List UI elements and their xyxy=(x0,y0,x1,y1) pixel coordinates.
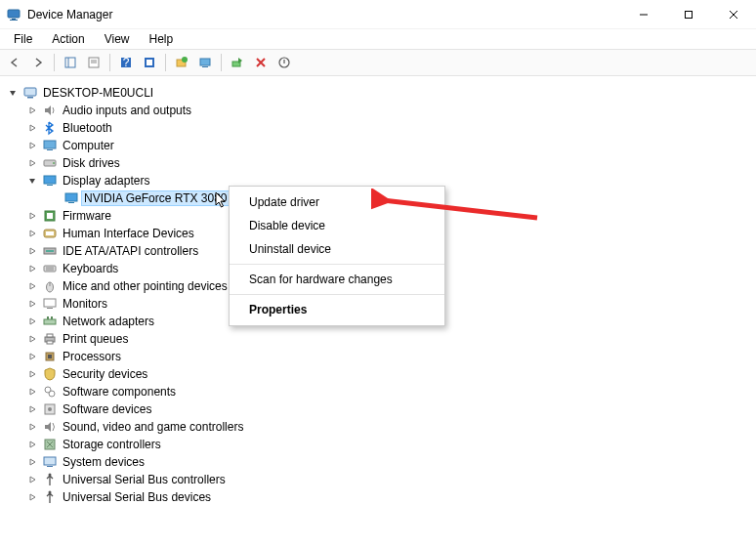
expand-icon[interactable] xyxy=(25,297,39,311)
tree-node-usb[interactable]: Universal Serial Bus controllers xyxy=(4,471,756,488)
print-icon xyxy=(42,331,58,347)
svg-rect-46 xyxy=(47,316,49,319)
tree-node-label: Mice and other pointing devices xyxy=(61,279,230,293)
expand-icon[interactable] xyxy=(25,402,39,416)
tree-node-system[interactable]: System devices xyxy=(4,453,756,471)
tree-node-softdev[interactable]: Software devices xyxy=(4,400,756,418)
expand-icon[interactable] xyxy=(25,262,39,275)
enable-icon[interactable] xyxy=(227,52,248,73)
expand-icon[interactable] xyxy=(25,227,39,240)
expand-icon[interactable] xyxy=(25,350,39,363)
tree-root[interactable]: DESKTOP-ME0UCLI xyxy=(4,84,756,102)
expand-icon[interactable] xyxy=(25,174,39,188)
tree-node-bluetooth[interactable]: Bluetooth xyxy=(4,119,756,137)
disk-icon xyxy=(42,155,58,171)
mouse-icon xyxy=(42,278,58,294)
uninstall-icon[interactable] xyxy=(250,52,272,73)
tree-node-label: Universal Serial Bus devices xyxy=(61,490,213,504)
tree-root-label: DESKTOP-ME0UCLI xyxy=(41,86,155,100)
tree-node-label: Bluetooth xyxy=(61,121,114,135)
update-driver-icon[interactable] xyxy=(171,52,192,73)
tree-node-sound[interactable]: Sound, video and game controllers xyxy=(4,418,756,436)
close-button[interactable] xyxy=(711,0,756,29)
tree-node-cpu[interactable]: Processors xyxy=(4,348,756,365)
svg-rect-50 xyxy=(47,341,53,344)
minimize-button[interactable] xyxy=(621,0,666,29)
tree-node-label: Monitors xyxy=(61,297,109,311)
svg-rect-44 xyxy=(47,308,53,309)
tree-node-label: System devices xyxy=(61,455,147,469)
menu-help[interactable]: Help xyxy=(142,30,182,48)
collapse-icon[interactable] xyxy=(6,86,20,100)
tree-leaf-label: NVIDIA GeForce RTX 3080 xyxy=(82,191,230,205)
tree-node-storage[interactable]: Storage controllers xyxy=(4,436,756,453)
svg-text:?: ? xyxy=(123,56,130,69)
tree-node-label: Keyboards xyxy=(61,262,120,275)
svg-rect-2 xyxy=(10,20,18,21)
svg-rect-52 xyxy=(48,355,52,358)
forward-button[interactable] xyxy=(27,52,49,73)
expand-icon[interactable] xyxy=(25,438,39,451)
expand-icon[interactable] xyxy=(25,209,39,223)
svg-rect-22 xyxy=(24,88,36,96)
svg-rect-23 xyxy=(27,97,33,99)
expand-icon[interactable] xyxy=(25,279,39,293)
tree-node-disk[interactable]: Disk drives xyxy=(4,154,756,172)
tree-node-label: Audio inputs and outputs xyxy=(61,104,193,117)
tree-node-label: Universal Serial Bus controllers xyxy=(61,473,228,486)
app-icon xyxy=(6,7,21,22)
scan-hardware-icon[interactable] xyxy=(194,52,216,73)
svg-point-56 xyxy=(48,407,52,411)
keyboard-icon xyxy=(42,261,58,276)
expand-icon[interactable] xyxy=(25,385,39,399)
svg-point-61 xyxy=(49,491,52,494)
expand-icon[interactable] xyxy=(25,104,39,117)
maximize-button[interactable] xyxy=(666,0,711,29)
expand-icon[interactable] xyxy=(25,332,39,346)
menu-action[interactable]: Action xyxy=(44,30,92,48)
expand-icon[interactable] xyxy=(25,139,39,152)
tree-node-label: Software devices xyxy=(61,402,153,416)
expand-icon[interactable] xyxy=(25,490,39,504)
expand-icon[interactable] xyxy=(25,473,39,486)
back-button[interactable] xyxy=(4,52,25,73)
tree-node-audio[interactable]: Audio inputs and outputs xyxy=(4,102,756,119)
tree-node-security[interactable]: Security devices xyxy=(4,365,756,383)
toolbar-separator xyxy=(165,54,166,71)
tree-node-usb[interactable]: Universal Serial Bus devices xyxy=(4,488,756,506)
help-icon[interactable]: ? xyxy=(115,52,137,73)
show-hide-console-tree-icon[interactable] xyxy=(60,52,81,73)
tree-node-label: Network adapters xyxy=(61,315,156,328)
svg-rect-25 xyxy=(47,149,53,150)
context-menu-item[interactable]: Scan for hardware changes xyxy=(230,268,444,291)
firmware-icon xyxy=(42,208,58,224)
svg-rect-59 xyxy=(47,466,53,467)
softdev-icon xyxy=(42,401,58,417)
expand-icon[interactable] xyxy=(25,315,39,328)
context-menu-item[interactable]: Disable device xyxy=(230,214,444,237)
expand-icon[interactable] xyxy=(25,367,39,381)
expand-icon[interactable] xyxy=(25,420,39,434)
properties-icon[interactable] xyxy=(83,52,105,73)
tree-node-print[interactable]: Print queues xyxy=(4,330,756,348)
expand-icon[interactable] xyxy=(25,244,39,258)
tree-node-label: Storage controllers xyxy=(61,438,163,451)
disable-icon[interactable] xyxy=(273,52,295,73)
action-icon[interactable] xyxy=(139,52,160,73)
menu-view[interactable]: View xyxy=(97,30,138,48)
computer-icon xyxy=(22,85,38,101)
svg-rect-15 xyxy=(147,60,152,65)
expand-icon[interactable] xyxy=(25,156,39,170)
tree-node-computer[interactable]: Computer xyxy=(4,137,756,154)
context-menu-item[interactable]: Properties xyxy=(230,298,444,321)
svg-point-27 xyxy=(53,162,55,164)
tree-node-softcomp[interactable]: Software components xyxy=(4,383,756,400)
context-menu-item[interactable]: Uninstall device xyxy=(230,237,444,261)
storage-icon xyxy=(42,437,58,452)
menu-file[interactable]: File xyxy=(6,30,40,48)
expand-icon[interactable] xyxy=(25,121,39,135)
context-menu-item[interactable]: Update driver xyxy=(230,190,444,214)
svg-point-17 xyxy=(182,57,188,63)
tree-node-label: Sound, video and game controllers xyxy=(61,420,245,434)
expand-icon[interactable] xyxy=(25,455,39,469)
